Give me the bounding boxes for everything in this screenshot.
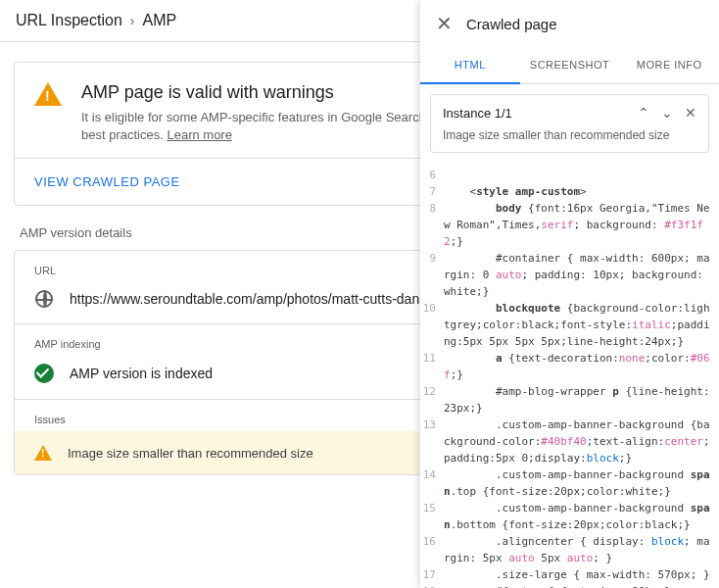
warning-icon	[34, 82, 62, 144]
side-panel: ✕ Crawled page HTML SCREENSHOT MORE INFO…	[420, 0, 719, 588]
chevron-right-icon: ›	[130, 13, 135, 28]
instance-subtitle: Image size smaller than recommended size	[443, 128, 696, 142]
issue-text: Image size smaller than recommended size	[68, 446, 313, 461]
close-icon[interactable]: ✕	[436, 14, 453, 33]
tab-html[interactable]: HTML	[420, 47, 520, 84]
breadcrumb-root[interactable]: URL Inspection	[16, 12, 122, 29]
learn-more-link[interactable]: Learn more	[167, 127, 231, 142]
tab-more-info[interactable]: MORE INFO	[619, 47, 719, 83]
panel-title: Crawled page	[466, 16, 557, 32]
prev-instance-icon[interactable]: ⌃	[638, 105, 649, 121]
warning-icon	[34, 445, 52, 461]
close-instance-icon[interactable]: ✕	[685, 105, 696, 121]
tab-screenshot[interactable]: SCREENSHOT	[520, 47, 620, 83]
source-code[interactable]: 6 7 <style amp-custom> 8 body {font:16px…	[420, 163, 719, 588]
next-instance-icon[interactable]: ⌄	[661, 105, 673, 121]
panel-tabs: HTML SCREENSHOT MORE INFO	[420, 47, 719, 84]
instance-title: Instance 1/1	[443, 106, 512, 121]
check-icon	[34, 364, 54, 383]
indexing-value: AMP version is indexed	[70, 366, 213, 381]
instance-box: Instance 1/1 ⌃ ⌄ ✕ Image size smaller th…	[430, 94, 709, 153]
view-crawled-page-button[interactable]: VIEW CRAWLED PAGE	[34, 174, 180, 189]
globe-icon	[34, 290, 54, 308]
breadcrumb-current: AMP	[142, 12, 176, 29]
